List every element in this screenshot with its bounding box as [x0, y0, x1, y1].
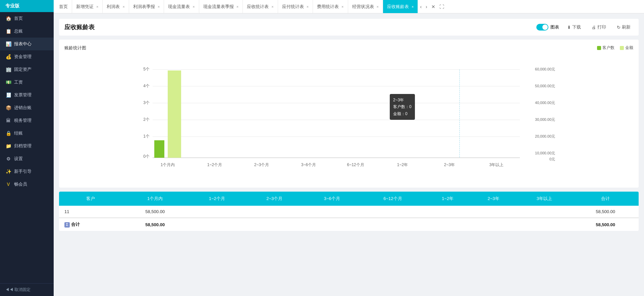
- svg-text:2~3个月: 2~3个月: [254, 162, 269, 167]
- svg-text:2~3年: 2~3年: [444, 162, 455, 167]
- footer-total: 58,500.00: [572, 218, 639, 231]
- guide-icon: ✨: [5, 169, 11, 174]
- cell-customer: 11: [59, 206, 122, 218]
- sidebar-item-close[interactable]: 🔒 结账: [0, 127, 54, 140]
- sidebar-item-label: 新手引导: [14, 168, 32, 175]
- svg-text:3个: 3个: [143, 100, 150, 105]
- tab-business[interactable]: 经营状况表 ×: [348, 0, 383, 13]
- tab-business-label: 经营状况表: [352, 4, 374, 10]
- tab-ar-age-close[interactable]: ×: [412, 5, 414, 9]
- reports-icon: 📊: [5, 41, 11, 47]
- sidebar-item-ledger[interactable]: 📋 总账: [0, 25, 54, 38]
- cell-m36: [303, 206, 361, 218]
- tab-close-all-button[interactable]: ✕: [429, 4, 437, 9]
- tab-ar-age[interactable]: 应收账龄表 ×: [383, 0, 418, 13]
- tab-voucher-close[interactable]: ×: [96, 5, 98, 9]
- tab-voucher[interactable]: 新增凭证 ×: [72, 0, 103, 13]
- page-title-bar: 应收账龄表 图表 ⬇ 下载 🖨 打印 ↻ 刷新: [59, 19, 639, 36]
- download-icon: ⬇: [567, 25, 571, 30]
- sidebar-item-label: 设置: [14, 156, 23, 162]
- tab-ap-stat-label: 应付统计表: [282, 4, 304, 10]
- sidebar-item-archive[interactable]: 📁 归档管理: [0, 140, 54, 152]
- footer-m612: [361, 218, 425, 231]
- sidebar-item-assets[interactable]: 🏢 固定资产: [0, 63, 54, 76]
- col-header-total: 合计: [572, 192, 639, 206]
- print-button[interactable]: 🖨 打印: [589, 23, 609, 32]
- legend-amount-label: 金额: [625, 45, 633, 51]
- bar-amount-0: [168, 70, 181, 158]
- refresh-button[interactable]: ↻ 刷新: [614, 23, 633, 32]
- cell-m1: 58,500.00: [122, 206, 188, 218]
- cell-total: 58,500.00: [572, 206, 639, 218]
- tab-ar-stat-close[interactable]: ×: [271, 5, 273, 9]
- tab-cashflow[interactable]: 现金流量表 ×: [164, 0, 199, 13]
- svg-text:2个: 2个: [143, 117, 150, 122]
- tab-next-button[interactable]: ›: [424, 4, 429, 9]
- funds-icon: 💰: [5, 54, 11, 59]
- close-account-icon: 🔒: [5, 131, 11, 136]
- sidebar-item-settings[interactable]: ⚙ 设置: [0, 152, 54, 165]
- page-content: 应收账龄表 图表 ⬇ 下载 🖨 打印 ↻ 刷新: [54, 13, 644, 296]
- tab-expense[interactable]: 费用统计表 ×: [313, 0, 348, 13]
- tab-home[interactable]: 首页: [55, 0, 72, 13]
- tab-ar-stat[interactable]: 应收统计表 ×: [243, 0, 278, 13]
- col-header-m12: 1~2个月: [188, 192, 246, 206]
- legend-customers: 客户数: [597, 45, 614, 51]
- footer-y3plus: [517, 218, 573, 231]
- tab-cashflow-q[interactable]: 现金流量表季报 ×: [199, 0, 243, 13]
- vip-icon: V: [5, 182, 11, 187]
- print-label: 打印: [597, 24, 606, 30]
- table-footer-row: Σ合计 58,500.00 58,500.00: [59, 218, 639, 231]
- chart-toggle[interactable]: [536, 24, 548, 31]
- sidebar-item-salary[interactable]: 💵 工资: [0, 76, 54, 89]
- sidebar-item-home[interactable]: 🏠 首页: [0, 12, 54, 25]
- tab-profit-close[interactable]: ×: [122, 5, 124, 9]
- col-header-y3plus: 3年以上: [517, 192, 573, 206]
- sidebar-item-tax[interactable]: 🏛 税务管理: [0, 114, 54, 127]
- tab-prev-button[interactable]: ‹: [418, 4, 424, 9]
- chart-svg-wrap: 5个 4个 3个 2个 1个 0个 60,000.00元 50,000.00元 …: [64, 54, 633, 182]
- page-title: 应收账龄表: [64, 23, 95, 31]
- tab-cashflow-q-close[interactable]: ×: [236, 5, 238, 9]
- download-button[interactable]: ⬇ 下载: [565, 23, 584, 32]
- sidebar-item-invoice[interactable]: 🧾 发票管理: [0, 89, 54, 101]
- svg-text:40,000.00元: 40,000.00元: [535, 101, 555, 105]
- sidebar-item-label: 结账: [14, 130, 23, 136]
- svg-text:3~6个月: 3~6个月: [301, 162, 316, 167]
- title-actions: 图表 ⬇ 下载 🖨 打印 ↻ 刷新: [536, 23, 633, 32]
- svg-text:3年以上: 3年以上: [489, 162, 504, 167]
- sidebar-item-funds[interactable]: 💰 资金管理: [0, 50, 54, 63]
- sidebar-collapse-button[interactable]: ◀◀ 取消固定: [0, 283, 54, 296]
- sidebar-item-reports[interactable]: 📊 报表中心: [0, 38, 54, 50]
- tab-expense-close[interactable]: ×: [341, 5, 343, 9]
- svg-text:30,000.00元: 30,000.00元: [535, 117, 555, 121]
- sidebar-item-vip[interactable]: V 畅会员: [0, 178, 54, 191]
- cell-m12: [188, 206, 246, 218]
- tab-profit-q-close[interactable]: ×: [158, 5, 160, 9]
- tab-profit[interactable]: 利润表 ×: [103, 0, 129, 13]
- sidebar-item-guide[interactable]: ✨ 新手引导: [0, 165, 54, 178]
- data-table: 客户 1个月内 1~2个月 2~3个月 3~6个月 6~12个月 1~2年 2~…: [59, 192, 639, 231]
- sidebar-item-purchase[interactable]: 📦 进销台账: [0, 101, 54, 114]
- tab-fullscreen-button[interactable]: ⛶: [437, 4, 446, 9]
- settings-icon: ⚙: [5, 156, 11, 161]
- tab-cashflow-close[interactable]: ×: [193, 5, 195, 9]
- tab-profit-q[interactable]: 利润表季报 ×: [129, 0, 164, 13]
- tab-business-close[interactable]: ×: [377, 5, 379, 9]
- sidebar: 专业版 🏠 首页 📋 总账 📊 报表中心 💰 资金管理 🏢 固定资产 💵 工资 …: [0, 0, 54, 296]
- tab-bar: 首页 新增凭证 × 利润表 × 利润表季报 × 现金流量表 × 现金流量表季报 …: [54, 0, 644, 13]
- sidebar-item-label: 资金管理: [14, 54, 32, 60]
- cell-y12: [425, 206, 471, 218]
- cell-m23: [246, 206, 303, 218]
- tab-ap-stat-close[interactable]: ×: [307, 5, 309, 9]
- legend-customers-label: 客户数: [602, 45, 614, 51]
- cell-y3plus: [517, 206, 573, 218]
- footer-m12: [188, 218, 246, 231]
- tab-ap-stat[interactable]: 应付统计表 ×: [278, 0, 313, 13]
- app-logo: 专业版: [0, 0, 54, 12]
- col-header-m23: 2~3个月: [246, 192, 303, 206]
- footer-m23: [246, 218, 303, 231]
- assets-icon: 🏢: [5, 67, 11, 72]
- svg-text:5个: 5个: [143, 67, 150, 71]
- svg-text:10,000.00元: 10,000.00元: [535, 151, 555, 155]
